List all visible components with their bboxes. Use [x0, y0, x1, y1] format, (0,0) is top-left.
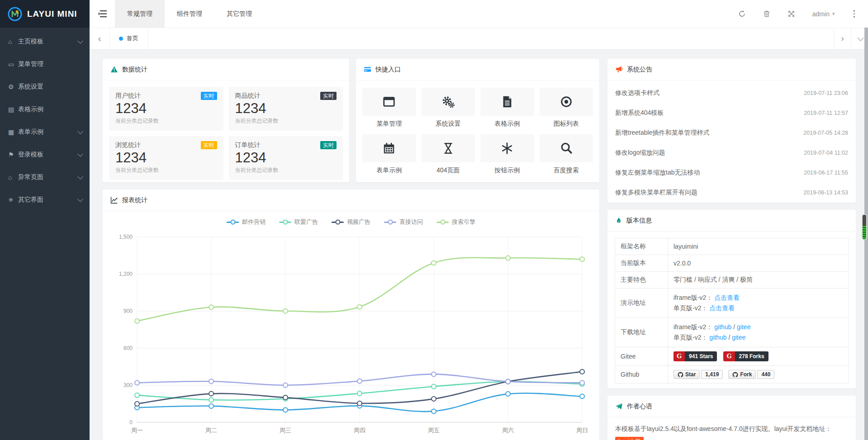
sidebar-item-label: 主页模板 — [18, 38, 77, 46]
gitee-badge[interactable]: G 278 Forks — [723, 351, 768, 361]
quick-entry-2[interactable]: 表格示例 — [480, 88, 534, 128]
svg-text:600: 600 — [123, 345, 133, 351]
legend-item-0[interactable]: 邮件营销 — [227, 218, 266, 226]
notice-date: 2019-07-04 11:02 — [804, 150, 848, 156]
sidebar-item-4[interactable]: ▦ 表单示例 — [0, 121, 90, 143]
notice-row-0[interactable]: 修改选项卡样式 2019-07-11 23:06 — [615, 83, 848, 103]
link-点击查看[interactable]: 点击查看 — [714, 294, 740, 301]
sidebar-item-7[interactable]: ✳ 其它界面 — [0, 189, 90, 211]
stat-subtitle: 当前分类总记录数 — [235, 117, 337, 125]
notice-row-1[interactable]: 新增系统404模板 2019-07-11 12:57 — [615, 103, 848, 123]
stat-value: 1234 — [235, 100, 337, 117]
link-github[interactable]: github — [709, 334, 726, 341]
notice-row-3[interactable]: 修改logo缩放问题 2019-07-04 11:02 — [615, 143, 848, 163]
stat-box-0[interactable]: 用户统计 实时 1234 当前分类总记录数 — [109, 87, 223, 131]
legend-label: 邮件营销 — [242, 218, 266, 226]
collapse-sidebar-button[interactable] — [90, 0, 115, 28]
stat-box-3[interactable]: 订单统计 实时 1234 当前分类总记录数 — [229, 136, 343, 180]
version-info-card: 版本信息 框架名称 layuimini 当前版本 v2.0.0 主要特色 零门槛… — [607, 210, 856, 388]
tabs-scroll-right-button[interactable]: › — [834, 28, 851, 49]
notice-row-5[interactable]: 修复多模块菜单栏展开有问题 2019-06-13 14:53 — [615, 183, 848, 203]
active-tab-dot-icon — [119, 37, 123, 41]
quick-entry-5[interactable]: 404页面 — [422, 134, 475, 175]
version-row-value: Star 1,419 Fork 440 — [668, 366, 849, 383]
gitee-badge[interactable]: G 941 Stars — [674, 351, 717, 361]
brand-logo[interactable]: LAYUI MINI — [0, 0, 90, 28]
system-notice-card: 系统公告 修改选项卡样式 2019-07-11 23:06 新增系统404模板 … — [607, 59, 856, 203]
link-gitee[interactable]: gitee — [732, 334, 745, 341]
version-row-label: 当前版本 — [615, 255, 668, 272]
clear-cache-button[interactable] — [763, 10, 770, 18]
version-row-5: Gitee G 941 Stars G 278 Forks — [615, 347, 849, 366]
quick-entry-label: 404页面 — [422, 166, 475, 175]
sidebar-item-1[interactable]: ▭ 菜单管理 — [0, 53, 90, 76]
quick-entry-3[interactable]: 图标列表 — [540, 88, 593, 128]
header-tab-0[interactable]: 常规管理 — [115, 0, 165, 28]
credit-card-icon — [364, 66, 371, 73]
version-link-line: iframe版-v2： github / gitee — [674, 322, 843, 332]
version-link-line: 单页版-v2： 点击查看 — [674, 303, 843, 313]
link-gitee[interactable]: gitee — [737, 323, 750, 331]
legend-marker-icon — [332, 222, 344, 223]
version-row-value: v2.0.0 — [668, 255, 849, 272]
layui-docs-badge[interactable]: layui文档 — [615, 437, 644, 440]
link-github[interactable]: github — [714, 323, 731, 331]
github-button[interactable]: Star — [674, 370, 700, 379]
stat-subtitle: 当前分类总记录数 — [115, 166, 217, 174]
github-badge[interactable]: Star 1,419 — [674, 370, 723, 379]
chart-legend: 邮件营销 联盟广告 视频广告 直接访问 搜索引擎 — [103, 218, 599, 226]
sidebar-item-2[interactable]: ⚙ 系统设置 — [0, 76, 90, 98]
github-button[interactable]: Fork — [728, 370, 756, 379]
sidebar-item-3[interactable]: ▤ 表格示例 — [0, 98, 90, 121]
quick-entry-1[interactable]: 系统设置 — [422, 88, 475, 128]
line-chart-icon — [110, 196, 118, 204]
gitee-badge-label: 941 Stars — [685, 351, 717, 361]
tabs-scroll-left-button[interactable]: ‹ — [90, 28, 110, 49]
window-icon — [362, 88, 416, 116]
notice-title: 修复左侧菜单缩放tab无法移动 — [615, 169, 700, 177]
svg-text:周三: 周三 — [280, 427, 291, 434]
sidebar-item-0[interactable]: ⌂ 主页模板 — [0, 30, 90, 53]
legend-item-3[interactable]: 直接访问 — [384, 218, 423, 226]
quick-entry-header: 快捷入口 — [356, 59, 599, 80]
chevron-down-icon — [77, 151, 83, 157]
quick-entry-7[interactable]: 百度搜索 — [540, 134, 593, 175]
sidebar-item-5[interactable]: ⚑ 登录模板 — [0, 143, 90, 166]
asterisk-icon — [480, 134, 534, 162]
main-content: 数据统计 用户统计 实时 1234 当前分类总记录数 商品统计 实时 1234 … — [90, 50, 868, 440]
quick-entry-label: 表格示例 — [480, 120, 534, 128]
stat-box-1[interactable]: 商品统计 实时 1234 当前分类总记录数 — [229, 87, 343, 131]
legend-item-2[interactable]: 视频广告 — [332, 218, 370, 226]
more-menu-button[interactable] — [852, 9, 857, 19]
refresh-button[interactable] — [738, 10, 746, 18]
quick-entry-4[interactable]: 表单示例 — [362, 134, 416, 175]
link-点击查看[interactable]: 点击查看 — [709, 304, 735, 312]
notice-date: 2019-07-11 12:57 — [804, 110, 848, 116]
system-notice-header: 系统公告 — [607, 59, 856, 80]
stat-box-2[interactable]: 浏览统计 实时 1234 当前分类总记录数 — [109, 136, 223, 180]
svg-text:周日: 周日 — [576, 427, 588, 434]
legend-item-4[interactable]: 搜索引擎 — [436, 218, 475, 226]
legend-item-1[interactable]: 联盟广告 — [279, 218, 318, 226]
fullscreen-button[interactable] — [787, 10, 795, 18]
svg-text:0: 0 — [129, 419, 133, 426]
quick-entry-6[interactable]: 按钮示例 — [480, 134, 534, 175]
header-tab-1[interactable]: 组件管理 — [165, 0, 214, 28]
svg-text:周二: 周二 — [205, 427, 217, 434]
notice-row-4[interactable]: 修复左侧菜单缩放tab无法移动 2019-06-17 11:55 — [615, 163, 848, 183]
header-tab-2[interactable]: 其它管理 — [214, 0, 264, 28]
scrollbar-thumb[interactable] — [862, 214, 867, 240]
card-title: 版本信息 — [626, 217, 652, 225]
notice-row-2[interactable]: 新增treetable插件和菜单管理样式 2019-07-05 14:28 — [615, 123, 848, 143]
notice-title: 新增系统404模板 — [615, 109, 664, 117]
sidebar-item-6[interactable]: ⌂ 异常页面 — [0, 166, 90, 189]
quick-entry-0[interactable]: 菜单管理 — [362, 88, 416, 128]
home-icon: ⌂ — [8, 38, 18, 45]
user-dropdown[interactable]: admin ▾ — [812, 10, 835, 18]
stat-label: 用户统计 — [115, 92, 141, 100]
line-chart[interactable]: 03006009001,2001,500周一周二周三周四周五周六周日 — [103, 226, 599, 440]
github-badge[interactable]: Fork 440 — [728, 370, 774, 379]
quick-entry-label: 百度搜索 — [540, 166, 593, 175]
stats-grid: 用户统计 实时 1234 当前分类总记录数 商品统计 实时 1234 当前分类总… — [103, 80, 349, 186]
tab-home[interactable]: 首页 — [110, 28, 148, 49]
